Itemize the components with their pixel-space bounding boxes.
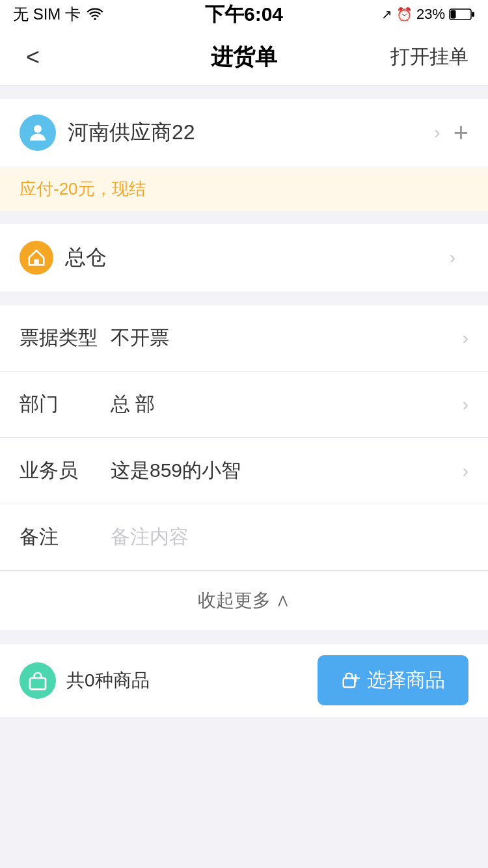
alarm-icon: ⏰: [396, 7, 413, 22]
svg-rect-5: [30, 678, 46, 689]
select-product-label: 选择商品: [367, 667, 445, 694]
location-icon: ↗: [381, 7, 392, 22]
department-chevron-icon: ›: [463, 394, 468, 415]
nav-bar: < 进货单 打开挂单: [0, 29, 488, 86]
department-label: 部门: [20, 391, 111, 418]
cart-icon: [27, 670, 48, 691]
department-row[interactable]: 部门 总 部 ›: [0, 372, 488, 438]
page-background: [0, 717, 488, 868]
section-gap-4: [0, 630, 488, 643]
svg-rect-1: [472, 12, 474, 17]
salesperson-row[interactable]: 业务员 这是859的小智 ›: [0, 438, 488, 504]
svg-rect-2: [451, 10, 456, 19]
product-icon: [20, 662, 56, 699]
warehouse-chevron-icon: ›: [450, 247, 455, 268]
form-section: 票据类型 不开票 › 部门 总 部 › 业务员 这是859的小智 › 备注 备注…: [0, 305, 488, 630]
person-icon: [26, 121, 49, 144]
remark-label: 备注: [20, 524, 111, 550]
warehouse-name: 总仓: [65, 243, 450, 272]
invoice-type-chevron-icon: ›: [463, 328, 468, 349]
status-left: 无 SIM 卡: [13, 4, 104, 25]
invoice-type-value: 不开票: [111, 325, 456, 351]
add-button[interactable]: +: [454, 120, 468, 146]
warehouse-row[interactable]: 总仓 ›: [0, 224, 488, 292]
battery-label: 23%: [416, 6, 445, 23]
carrier-label: 无 SIM 卡: [13, 4, 81, 25]
supplier-avatar: [20, 115, 56, 151]
svg-rect-6: [344, 678, 355, 687]
bottom-toolbar: 共0种商品 选择商品: [0, 643, 488, 717]
status-bar: 无 SIM 卡 下午6:04 ↗ ⏰ 23%: [0, 0, 488, 29]
house-icon: [27, 248, 46, 267]
salesperson-value: 这是859的小智: [111, 457, 456, 484]
department-value: 总 部: [111, 391, 456, 418]
svg-rect-4: [34, 260, 39, 265]
open-pending-button[interactable]: 打开挂单: [390, 44, 468, 70]
warehouse-section: 总仓 ›: [0, 224, 488, 292]
select-product-button[interactable]: 选择商品: [318, 655, 468, 705]
wifi-icon: [86, 8, 104, 21]
select-product-icon: [341, 671, 360, 690]
invoice-type-row[interactable]: 票据类型 不开票 ›: [0, 305, 488, 372]
product-count-area: 共0种商品: [20, 662, 305, 699]
salesperson-label: 业务员: [20, 457, 111, 484]
collapse-button[interactable]: 收起更多 ∧: [0, 571, 488, 630]
status-right: ↗ ⏰ 23%: [381, 6, 475, 23]
svg-point-3: [34, 125, 42, 133]
supplier-row[interactable]: 河南供应商22 › +: [0, 99, 488, 167]
warehouse-icon: [20, 241, 53, 275]
section-gap-2: [0, 211, 488, 224]
back-button[interactable]: <: [20, 37, 46, 77]
supplier-chevron-icon: ›: [434, 122, 440, 143]
supplier-left: 河南供应商22: [20, 115, 434, 151]
section-gap-3: [0, 292, 488, 305]
section-gap-1: [0, 86, 488, 99]
salesperson-chevron-icon: ›: [463, 461, 468, 481]
remark-row[interactable]: 备注 备注内容: [0, 504, 488, 571]
status-time: 下午6:04: [205, 1, 283, 28]
invoice-type-label: 票据类型: [20, 325, 111, 351]
product-count-label: 共0种商品: [66, 668, 150, 693]
page-title: 进货单: [211, 42, 277, 72]
supplier-name: 河南供应商22: [68, 118, 434, 147]
remark-placeholder: 备注内容: [111, 524, 468, 550]
battery-icon: [449, 8, 475, 21]
supplier-section: 河南供应商22 › + 应付-20元，现结: [0, 99, 488, 211]
notice-bar: 应付-20元，现结: [0, 167, 488, 211]
